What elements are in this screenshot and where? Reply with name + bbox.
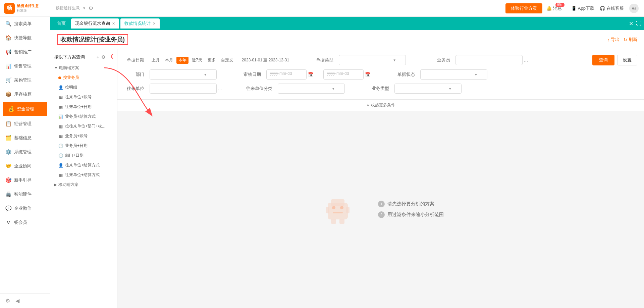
svg-point-2 [332,206,335,209]
header-gear-icon[interactable]: ⚙ [89,5,93,11]
money-icon: 💰 [8,106,14,112]
calendar-start-icon[interactable]: 📅 [308,72,314,77]
desktop-section-title: 电脑端方案 [59,65,79,71]
mobile-section-header[interactable]: ▶ 移动端方案 [50,180,117,190]
counterparty-cat-select[interactable]: ▼ [278,84,345,94]
review-date-start-input[interactable]: yyyy-mm-dd [266,69,307,80]
scheme-item-unit-settle1[interactable]: 👤 往来单位+结算方式 [50,160,117,170]
panel-icons: + ⚙ 《 [97,53,113,60]
sidebar-item-finance[interactable]: 💰 资金管理 [3,102,47,116]
bell-icon: 🔔 [546,6,552,11]
sidebar-item-label: 智能硬件 [14,191,32,197]
scheme-item-dept-date[interactable]: 🕐 部门+日期 [50,151,117,160]
counterparty-select[interactable] [150,84,217,94]
date-tab-thismonth[interactable]: 本月 [163,57,175,64]
scheme-item-unit-date[interactable]: ▦ 往来单位+日期 [50,102,117,112]
date-tab-lastmonth[interactable]: 上月 [150,57,162,64]
app-download-button[interactable]: 📱 App下载 [571,5,594,11]
messages-button[interactable]: 🔔 消息 99+ [546,5,562,11]
export-button[interactable]: ↑ 导出 [607,37,620,43]
add-scheme-icon[interactable]: + [97,54,99,60]
scheme-item-unit-account[interactable]: ▦ 往来单位+账号 [50,92,117,102]
sidebar-item-operation[interactable]: 📋 经营管理 [0,117,50,131]
voucher-status-select[interactable]: ▼ [420,69,487,80]
right-panel: 单据日期 上月 本月 本年 近7天 更多 自定义 2023-01-01 至 20… [117,49,644,308]
refresh-icon: ↻ [624,37,627,42]
scheme-item-salesperson-settle[interactable]: 📊 业务员+结算方式 [50,112,117,121]
sidebar-item-system[interactable]: ⚙️ 系统管理 [0,145,50,159]
panel-header: 按以下方案查询 + ⚙ 《 [50,53,117,63]
close-tab-icon[interactable]: ✕ [629,20,633,27]
collapse-footer-icon[interactable]: ◀ [15,298,19,304]
sidebar-item-label: 企业协同 [14,163,32,169]
salesperson-label: 业务员 [430,57,450,63]
date-tab-more[interactable]: 更多 [206,57,218,64]
svg-rect-8 [339,219,344,224]
table2-icon: ▦ [58,105,63,109]
date-tab-custom[interactable]: 自定义 [219,57,235,64]
salesperson-select[interactable] [455,55,523,65]
sidebar-item-label: 资金管理 [17,106,34,112]
trial-button[interactable]: 体验行业方案 [505,3,542,13]
tab-home[interactable]: 首页 [53,18,70,29]
settings-footer-icon[interactable]: ⚙ [5,298,10,304]
sidebar-item-hardware[interactable]: 🖨️ 智能硬件 [0,187,50,201]
svg-rect-5 [326,207,329,213]
sidebar-item-member[interactable]: V 畅会员 [0,215,50,229]
business-type-select[interactable]: ▼ [394,84,462,94]
top-header: 畅捷通好生意 ▼ ⚙ 体验行业方案 🔔 消息 99+ 📱 App下载 🎧 在线客… [50,0,644,17]
calendar-end-icon[interactable]: 📅 [365,72,371,77]
sidebar-item-nav[interactable]: 🏠 快捷导航 [0,31,50,45]
refresh-button[interactable]: ↻ 刷新 [624,37,637,43]
scheme-settings-icon[interactable]: ⚙ [101,54,106,60]
avatar[interactable]: Rit [629,4,639,13]
scheme-item-detail[interactable]: 👤 按明细 [50,83,117,92]
desktop-section-header[interactable]: ▼ 电脑端方案 [50,63,117,73]
sidebar-item-stock[interactable]: 📦 库存核算 [0,87,50,101]
tab-receipt[interactable]: 收款情况统计 ✕ [120,18,160,29]
sidebar-item-sales[interactable]: 📊 销售管理 [0,59,50,73]
scheme-item-by-salesperson[interactable]: 按业务员 [50,73,117,83]
person-icon: 👤 [58,85,63,90]
sidebar: 畅 畅捷通好生意 标准版 🔍 搜索菜单 🏠 快捷导航 📢 营销推广 📊 销售管理… [0,0,50,308]
sidebar-item-wechat[interactable]: 💬 企业微信 [0,201,50,215]
voucher-type-select[interactable]: ▼ [339,55,406,65]
collapse-more-button[interactable]: ∧ 收起更多条件 [117,99,644,111]
tab-receipt-close-icon[interactable]: ✕ [153,21,156,26]
date-tab-thisyear[interactable]: 本年 [176,57,189,64]
sidebar-item-search[interactable]: 🔍 搜索菜单 [0,17,50,31]
tab-cashflow[interactable]: 现金银行流水查询 ✕ [71,18,119,29]
sidebar-item-label: 库存核算 [14,91,32,97]
query-button[interactable]: 查询 [592,55,614,65]
sidebar-item-marketing[interactable]: 📢 营销推广 [0,45,50,59]
dropdown-arrow-icon[interactable]: ▼ [83,6,86,10]
sidebar-item-basic[interactable]: 🗂️ 基础信息 [0,131,50,145]
collapse-panel-icon[interactable]: 《 [108,53,113,60]
scheme-item-unit-dept[interactable]: ▦ 按往来单位+部门+收... [50,121,117,131]
business-type-label: 业务类型 [369,86,389,92]
salesperson-more-icon[interactable]: ... [524,57,528,63]
sidebar-item-purchase[interactable]: 🛒 采购管理 [0,73,50,87]
date-tab-7days[interactable]: 近7天 [190,57,204,64]
sidebar-item-label: 经营管理 [14,121,32,127]
scheme-label: 往来单位+结算方式 [65,172,100,178]
scheme-item-salesperson-date[interactable]: 🕐 业务员+日期 [50,141,117,151]
setting-button[interactable]: 设置 [617,55,637,65]
scheme-item-unit-settle2[interactable]: ▦ 往来单位+结算方式 [50,170,117,180]
dept-select[interactable]: ▼ [150,69,217,80]
sidebar-item-label: 基础信息 [14,135,32,141]
tab-cashflow-close-icon[interactable]: ✕ [112,21,115,26]
sidebar-item-guide[interactable]: 🎯 新手引导 [0,173,50,187]
scheme-item-salesperson-account[interactable]: ▦ 业务员+账号 [50,131,117,141]
empty-steps: 1 请先选择要分析的方案 2 用过滤条件来缩小分析范围 [378,201,444,218]
chart-icon: 📊 [5,63,11,69]
online-service-label: 在线客服 [606,5,624,11]
maximize-icon[interactable]: ⛶ [636,20,641,27]
section-expand-icon: ▼ [54,66,58,70]
online-service-button[interactable]: 🎧 在线客服 [600,5,624,11]
counterparty-more-icon[interactable]: ... [218,86,222,91]
svg-rect-1 [331,199,344,206]
sidebar-item-label: 销售管理 [14,63,32,69]
sidebar-item-collab[interactable]: 🤝 企业协同 [0,159,50,173]
review-date-end-input[interactable]: yyyy-mm-dd [323,69,364,80]
